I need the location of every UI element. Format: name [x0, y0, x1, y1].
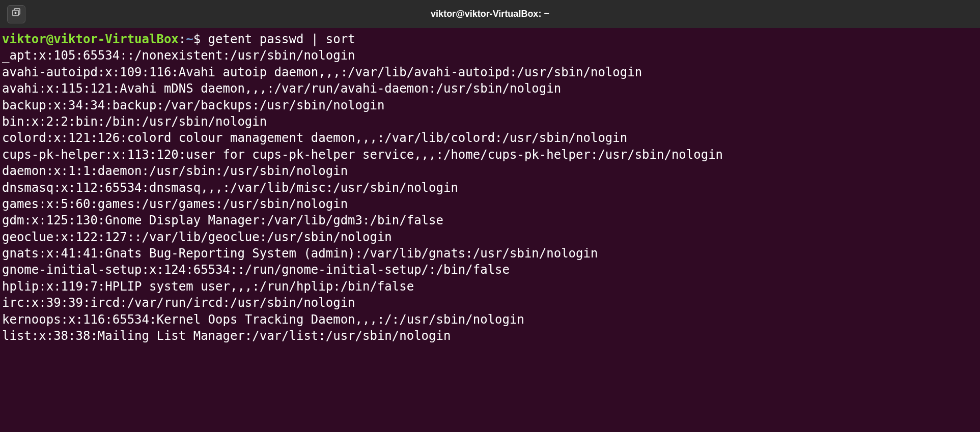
output-line: cups-pk-helper:x:113:120:user for cups-p… [2, 147, 978, 163]
command-output: _apt:x:105:65534::/nonexistent:/usr/sbin… [2, 47, 978, 344]
window-titlebar: viktor@viktor-VirtualBox: ~ [0, 0, 980, 28]
output-line: geoclue:x:122:127::/var/lib/geoclue:/usr… [2, 229, 978, 245]
output-line: avahi-autoipd:x:109:116:Avahi autoip dae… [2, 64, 978, 80]
output-line: bin:x:2:2:bin:/bin:/usr/sbin/nologin [2, 113, 978, 130]
output-line: hplip:x:119:7:HPLIP system user,,,:/run/… [2, 278, 978, 295]
output-line: dnsmasq:x:112:65534:dnsmasq,,,:/var/lib/… [2, 180, 978, 196]
output-line: avahi:x:115:121:Avahi mDNS daemon,,,:/va… [2, 80, 978, 97]
window-title: viktor@viktor-VirtualBox: ~ [431, 8, 549, 20]
output-line: gnats:x:41:41:Gnats Bug-Reporting System… [2, 245, 978, 262]
terminal-area[interactable]: viktor@viktor-VirtualBox:~$ getent passw… [0, 28, 980, 344]
output-line: daemon:x:1:1:daemon:/usr/sbin:/usr/sbin/… [2, 163, 978, 179]
output-line: _apt:x:105:65534::/nonexistent:/usr/sbin… [2, 47, 978, 64]
output-line: colord:x:121:126:colord colour managemen… [2, 130, 978, 146]
prompt-path: ~ [186, 32, 193, 46]
output-line: list:x:38:38:Mailing List Manager:/var/l… [2, 328, 978, 344]
prompt-sep: : [179, 32, 186, 46]
output-line: irc:x:39:39:ircd:/var/run/ircd:/usr/sbin… [2, 295, 978, 311]
output-line: gnome-initial-setup:x:124:65534::/run/gn… [2, 262, 978, 278]
output-line: backup:x:34:34:backup:/var/backups:/usr/… [2, 97, 978, 113]
new-tab-icon [12, 8, 21, 20]
command-text: getent passwd | sort [201, 32, 355, 46]
prompt-user-host: viktor@viktor-VirtualBox [2, 32, 179, 46]
output-line: gdm:x:125:130:Gnome Display Manager:/var… [2, 212, 978, 228]
new-tab-button[interactable] [7, 5, 25, 23]
output-line: kernoops:x:116:65534:Kernel Oops Trackin… [2, 311, 978, 328]
prompt-dollar: $ [193, 32, 201, 46]
output-line: games:x:5:60:games:/usr/games:/usr/sbin/… [2, 196, 978, 212]
prompt-line: viktor@viktor-VirtualBox:~$ getent passw… [2, 31, 978, 47]
